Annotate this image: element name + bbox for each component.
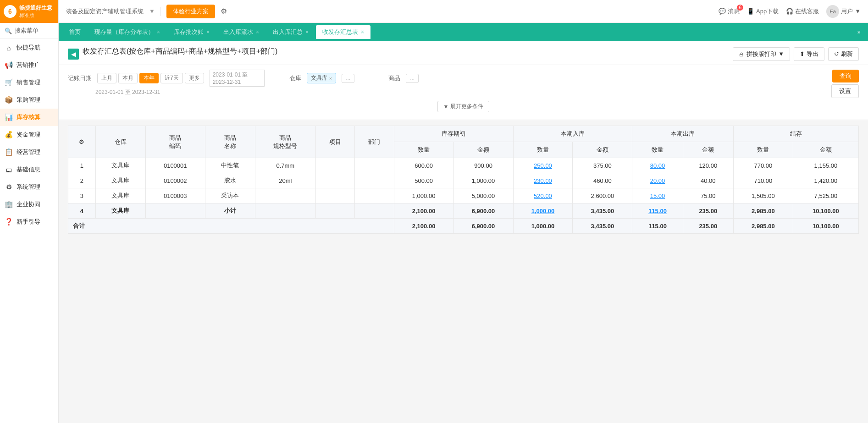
row-in-qty[interactable]: 1,000.00: [513, 203, 573, 219]
assets-icon: 💰: [5, 131, 13, 139]
basic-icon: 🗂: [5, 165, 13, 174]
tab-close-inventory-dist[interactable]: ×: [157, 29, 160, 35]
sidebar-item-guide[interactable]: ❓ 新手引导: [0, 213, 58, 231]
online-service-btn[interactable]: 🎧 在线客服: [786, 7, 819, 16]
table-wrapper: ⚙ 仓库 商品编码 商品名称 商品规格型号 项目 部门 库存期初 本期入库 本期…: [59, 126, 868, 243]
goods-filter-label: 商品: [388, 74, 400, 82]
col-bal-amt-header: 金额: [793, 142, 858, 158]
sales-icon: 🛒: [5, 78, 13, 87]
row-no: 3: [68, 188, 96, 203]
date-btn-7days[interactable]: 近7天: [160, 73, 183, 83]
headset-icon: 🎧: [786, 8, 793, 15]
topbar-dropdown-icon[interactable]: ▼: [149, 8, 155, 15]
date-btn-this-month[interactable]: 本月: [118, 73, 138, 83]
user-btn[interactable]: Ea 用户 ▼: [826, 5, 861, 18]
sidebar-item-marketing[interactable]: 📢 营销推广: [0, 56, 58, 74]
footer-out-amt: 235.00: [683, 219, 733, 234]
row-spec: 0.7mm: [255, 158, 315, 173]
row-in-qty[interactable]: 230.00: [513, 173, 573, 188]
tab-close-batch-ledger[interactable]: ×: [206, 29, 210, 35]
tab-batch-ledger[interactable]: 库存批次账 ×: [167, 25, 216, 39]
col-init-amt-header: 金额: [453, 142, 513, 158]
sidebar-item-system[interactable]: ⚙ 系统管理: [0, 178, 58, 196]
quick-nav-icon: ⌂: [5, 44, 13, 52]
date-btn-last-month[interactable]: 上月: [97, 73, 116, 83]
system-name: 装备及固定资产辅助管理系统: [66, 7, 144, 16]
row-in-qty[interactable]: 520.00: [513, 188, 573, 203]
sidebar-item-sales[interactable]: 🛒 销售管理: [0, 74, 58, 91]
collapse-btn[interactable]: ◀: [68, 49, 79, 60]
tab-in-out-summary[interactable]: 出入库汇总 ×: [266, 25, 315, 39]
row-out-amt: 40.00: [683, 173, 733, 188]
footer-init-qty: 2,100.00: [394, 219, 453, 234]
app-download-btn[interactable]: 📱 App下载: [747, 7, 779, 16]
row-init-amt: 900.00: [453, 158, 513, 173]
col-settings-header[interactable]: ⚙: [68, 126, 96, 158]
row-out-qty[interactable]: 20.00: [632, 173, 683, 188]
tab-in-out-flow[interactable]: 出入库流水 ×: [217, 25, 265, 39]
row-name: 采访本: [205, 188, 255, 203]
close-all-tabs[interactable]: ×: [853, 27, 864, 38]
try-industry-btn[interactable]: 体验行业方案: [166, 5, 215, 18]
goods-more-btn[interactable]: ...: [406, 74, 419, 83]
sidebar-item-operations[interactable]: 📋 经营管理: [0, 143, 58, 161]
sidebar-item-quick-nav[interactable]: ⌂ 快捷导航: [0, 39, 58, 56]
settings-btn[interactable]: 设置: [831, 84, 859, 98]
tab-close-in-out-flow[interactable]: ×: [256, 29, 259, 35]
date-range-display[interactable]: 2023-01-01 至 2023-12-31: [210, 70, 265, 87]
message-btn[interactable]: 💬 消息 6: [719, 7, 740, 16]
footer-out-qty: 115.00: [632, 219, 683, 234]
sidebar-item-assets[interactable]: 💰 资金管理: [0, 126, 58, 143]
print-btn[interactable]: 🖨 拼接版打印 ▼: [733, 47, 790, 61]
inventory-icon: 📊: [5, 113, 13, 121]
page-title: 收发存汇总表(按仓库+商品编码+商品+规格型号+项目+部门): [83, 47, 277, 56]
col-init-qty-header: 数量: [394, 142, 453, 158]
sidebar-item-basic[interactable]: 🗂 基础信息: [0, 161, 58, 178]
footer-init-amt: 6,900.00: [453, 219, 513, 234]
row-out-amt: 120.00: [683, 158, 733, 173]
user-avatar: Ea: [826, 5, 839, 18]
row-code: 0100002: [145, 173, 205, 188]
export-btn[interactable]: ⬆ 导出: [794, 47, 824, 61]
refresh-btn[interactable]: ↺ 刷新: [828, 47, 859, 61]
row-out-qty[interactable]: 15.00: [632, 188, 683, 203]
row-no: 2: [68, 173, 96, 188]
row-project: [316, 173, 355, 188]
row-warehouse: 文具库: [95, 188, 145, 203]
sidebar-item-enterprise[interactable]: 🏢 企业协同: [0, 196, 58, 213]
sidebar-item-inventory[interactable]: 📊 库存核算: [0, 109, 58, 126]
row-name: 胶水: [205, 173, 255, 188]
topbar-left: 装备及固定资产辅助管理系统 ▼ 体验行业方案 ⚙: [66, 5, 227, 18]
row-in-amt: 460.00: [573, 173, 632, 188]
row-in-amt: 375.00: [573, 158, 632, 173]
warehouse-tag-close[interactable]: ×: [329, 76, 332, 81]
tab-inventory-dist[interactable]: 现存量（库存分布表） ×: [88, 25, 166, 39]
sidebar-item-purchase[interactable]: 📦 采购管理: [0, 91, 58, 109]
col-code-header: 商品编码: [145, 126, 205, 158]
table-row: 4文具库小计2,100.006,900.001,000.003,435.0011…: [68, 203, 859, 219]
date-btn-this-year[interactable]: 本年: [139, 73, 159, 83]
row-init-amt: 6,900.00: [453, 203, 513, 219]
search-menu[interactable]: 🔍 搜索菜单: [0, 23, 58, 39]
row-init-qty: 1,000.00: [394, 188, 453, 203]
warehouse-more-btn[interactable]: ...: [342, 74, 354, 83]
tab-home[interactable]: 首页: [62, 25, 87, 39]
expand-more-btn[interactable]: ▼ 展开更多条件: [437, 101, 490, 112]
row-in-amt: 2,600.00: [573, 188, 632, 203]
row-in-amt: 3,435.00: [573, 203, 632, 219]
marketing-icon: 📢: [5, 61, 13, 69]
row-in-qty[interactable]: 250.00: [513, 158, 573, 173]
row-project: [316, 188, 355, 203]
gear-icon[interactable]: ⚙: [221, 7, 227, 16]
row-spec: 20ml: [255, 173, 315, 188]
export-icon: ⬆: [800, 50, 805, 57]
tab-recv-send-summary[interactable]: 收发存汇总表 ×: [316, 25, 370, 39]
page-header: ◀ 收发存汇总表(按仓库+商品编码+商品+规格型号+项目+部门) 🖨 拼接版打印…: [59, 41, 868, 65]
row-out-qty[interactable]: 80.00: [632, 158, 683, 173]
tab-close-in-out-summary[interactable]: ×: [305, 29, 309, 35]
guide-icon: ❓: [5, 218, 13, 226]
tab-close-recv-send-summary[interactable]: ×: [361, 29, 364, 35]
query-btn[interactable]: 查询: [832, 70, 859, 82]
date-btn-more[interactable]: 更多: [185, 73, 204, 83]
row-out-qty[interactable]: 115.00: [632, 203, 683, 219]
